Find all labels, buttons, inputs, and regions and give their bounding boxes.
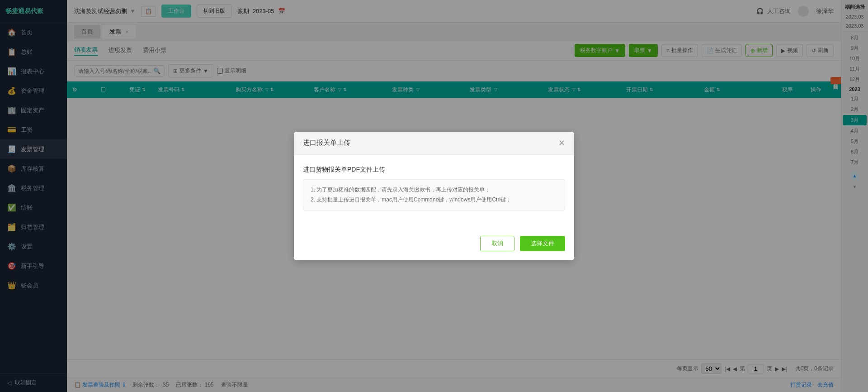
modal-body: 进口货物报关单PDF文件上传 1. 为了更加稀准的数据匹配，请先录入海关缴款书，… (294, 155, 574, 230)
modal-dialog: 进口报关单上传 ✕ 进口货物报关单PDF文件上传 1. 为了更加稀准的数据匹配，… (294, 132, 574, 260)
modal-tip-1: 1. 为了更加稀准的数据匹配，请先录入海关缴款书，再上传对应的报关单； (311, 185, 557, 195)
modal-section-title: 进口货物报关单PDF文件上传 (303, 166, 565, 174)
modal-overlay: 进口报关单上传 ✕ 进口货物报关单PDF文件上传 1. 为了更加稀准的数据匹配，… (0, 0, 868, 392)
modal-footer: 取消 选择文件 (294, 230, 574, 260)
modal-close-button[interactable]: ✕ (558, 138, 565, 148)
modal-title: 进口报关单上传 (303, 139, 350, 147)
cancel-button[interactable]: 取消 (480, 236, 514, 251)
modal-header: 进口报关单上传 ✕ (294, 132, 574, 155)
modal-info-box: 1. 为了更加稀准的数据匹配，请先录入海关缴款书，再上传对应的报关单； 2. 支… (303, 179, 565, 210)
modal-tip-2: 2. 支持批量上传进口报关单，mac用户使用Command键，windows用户… (311, 195, 557, 205)
select-file-button[interactable]: 选择文件 (520, 236, 565, 251)
